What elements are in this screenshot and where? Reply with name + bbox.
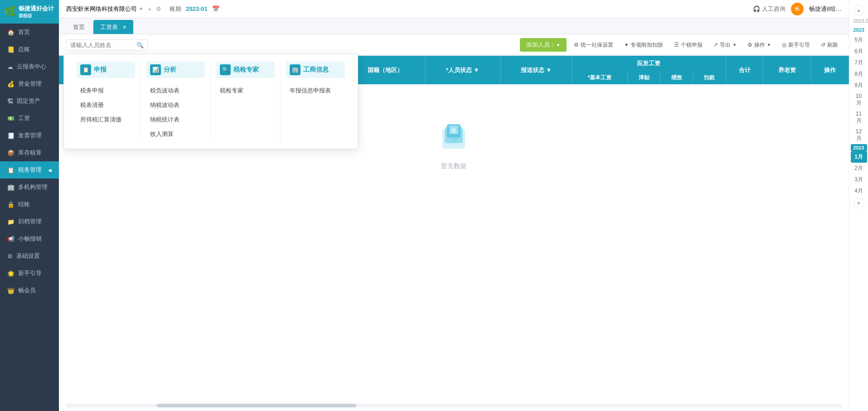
timeline-month-12[interactable]: 12月 <box>851 126 867 144</box>
timeline-month-11[interactable]: 11月 <box>851 109 867 126</box>
sidebar-item-fund[interactable]: 💰 资金管理 <box>0 75 59 92</box>
sidebar-item-multi-org[interactable]: 🏢 多机构管理 <box>0 179 59 196</box>
timeline-month-4[interactable]: 4月 <box>851 185 867 197</box>
th-pension: 养老资 <box>763 56 811 84</box>
refresh-btn[interactable]: ↺ 刷新 <box>817 39 842 51</box>
timeline-up-arrow[interactable]: ▲ <box>853 5 864 15</box>
company-dropdown-icon: ▼ <box>139 6 143 11</box>
th-id-type: *证腿类型 <box>221 56 284 84</box>
sidebar-item-new-guide[interactable]: 🌟 新手引导 <box>0 265 59 282</box>
company-settings-icon[interactable]: ⚙ <box>156 5 161 12</box>
app-logo: 🌿 畅捷通好会计 旗舰版 <box>0 0 59 24</box>
operate-icon: ⚙ <box>747 42 752 48</box>
special-deduction-icon: ✦ <box>624 42 629 48</box>
individual-tax-btn[interactable]: ☰ 个税申报 <box>670 39 706 51</box>
member-icon: 👑 <box>7 287 15 294</box>
right-timeline: ▲ 2023.01 2023 5月 6月 7月 8月 9月 10月 11月 12… <box>849 0 868 411</box>
th-employee-id: 工号 <box>77 56 115 84</box>
export-icon: ↗ <box>713 42 718 48</box>
main-content: 西安虾米网络科技有限公司 ▼ + ⚙ 账期 2023-01 📅 🎧 人工咨询 畅… <box>59 0 849 411</box>
timeline-month-1-current[interactable]: 1月 <box>851 151 867 163</box>
search-icon[interactable]: 🔍 <box>136 42 144 48</box>
sidebar-collapse-icon: ◀ <box>48 168 52 173</box>
sidebar-item-ledger[interactable]: 📒 总账 <box>0 41 59 58</box>
add-dropdown-arrow: ▼ <box>553 43 560 48</box>
select-all-checkbox[interactable] <box>65 67 71 73</box>
timeline-month-9[interactable]: 9月 <box>851 80 867 91</box>
timeline-month-5[interactable]: 5月 <box>851 34 867 46</box>
add-company-btn[interactable]: + <box>148 5 151 13</box>
sidebar-item-close-account[interactable]: 🔒 结账 <box>0 196 59 213</box>
horizontal-scrollbar[interactable] <box>66 404 842 407</box>
unified-insurance-btn[interactable]: ⚙ 统一社保设置 <box>570 39 617 51</box>
company-name: 西安虾米网络科技有限公司 <box>66 5 137 13</box>
username[interactable]: 畅捷通8组… <box>809 5 842 13</box>
toolbar: 🔍 添加人员 ▼ ⚙ 统一社保设置 ✦ 专项附加扣除 ☰ 个税申报 ↗ 导出 ▼… <box>59 34 849 56</box>
timeline-month-8[interactable]: 8月 <box>851 68 867 80</box>
add-person-button[interactable]: 添加人员 ▼ <box>520 38 567 52</box>
sidebar-item-invoice[interactable]: 🧾 发票管理 <box>0 127 59 144</box>
customer-service[interactable]: 🎧 人工咨询 <box>753 5 786 13</box>
sidebar-item-basic-settings[interactable]: ⚙ 基础设置 <box>0 247 59 265</box>
archive-icon: 📁 <box>7 218 15 225</box>
search-input[interactable] <box>70 42 134 48</box>
ledger-icon: 📒 <box>7 46 15 53</box>
company-selector[interactable]: 西安虾米网络科技有限公司 ▼ <box>66 5 143 13</box>
tab-salary[interactable]: 工资表 ✕ <box>93 20 133 34</box>
timeline-month-2[interactable]: 2月 <box>851 163 867 174</box>
inventory-icon: 📦 <box>7 150 15 156</box>
th-salary-group: 应发工资 <box>572 56 726 71</box>
sidebar-item-inventory[interactable]: 📦 库存核算 <box>0 144 59 161</box>
sidebar-item-tax[interactable]: 📋 税务管理 ◀ <box>0 161 59 179</box>
logo-icon: 🌿 <box>4 6 16 18</box>
sidebar-item-archive[interactable]: 📁 归档管理 <box>0 213 59 230</box>
asset-icon: 🏗 <box>7 98 13 105</box>
multi-org-icon: 🏢 <box>7 184 15 191</box>
th-checkbox[interactable] <box>59 56 77 84</box>
xiao-chang-icon: 📢 <box>7 236 15 242</box>
sidebar-item-asset[interactable]: 🏗 固定资产 <box>0 92 59 110</box>
th-operation: 操作 <box>811 56 849 84</box>
headset-icon: 🎧 <box>753 5 760 12</box>
sidebar-item-home[interactable]: 🏠 首页 <box>0 24 59 41</box>
topbar-right: 🎧 人工咨询 畅 畅捷通8组… <box>753 3 842 15</box>
th-name: ▲▼ *姓名 <box>115 56 179 84</box>
th-status: *人员状态 ▼ <box>425 56 500 84</box>
sidebar-item-member[interactable]: 👑 畅会员 <box>0 282 59 299</box>
timeline-month-6[interactable]: 6月 <box>851 46 867 57</box>
th-report-status: 报送状态 ▼ <box>500 56 572 84</box>
timeline-month-10[interactable]: 10月 <box>851 91 867 109</box>
th-nationality: 国籍（地区） <box>346 56 425 84</box>
calendar-icon[interactable]: 📅 <box>212 5 219 12</box>
th-subsidy: 津贴 <box>627 71 660 84</box>
fund-icon: 💰 <box>7 81 15 87</box>
sidebar-item-salary[interactable]: 💵 工资 <box>0 110 59 127</box>
timeline-2024-label: 2023 <box>851 144 867 151</box>
th-department: *部门 <box>179 56 221 84</box>
tab-close-salary[interactable]: ✕ <box>122 24 126 30</box>
empty-illustration <box>436 121 472 157</box>
new-guide-btn[interactable]: ◎ 新手引导 <box>778 39 814 51</box>
svg-point-4 <box>451 128 456 132</box>
tab-home[interactable]: 首页 <box>66 20 92 34</box>
search-box: 🔍 <box>66 39 148 51</box>
app-name: 畅捷通好会计 <box>19 5 54 13</box>
salary-table: 工号 ▲▼ *姓名 *部门 *证腿类型 *证腿号码 国籍（地 <box>59 56 849 207</box>
th-performance: 绩效 <box>660 71 693 84</box>
sidebar-item-xiao-chang[interactable]: 📢 小畅报销 <box>0 230 59 247</box>
sidebar-item-cloud[interactable]: ☁ 云报表中心 <box>0 58 59 75</box>
timeline-down-arrow[interactable]: ▼ <box>853 198 864 208</box>
timeline-month-3[interactable]: 3月 <box>851 174 867 185</box>
new-guide-icon: 🌟 <box>7 270 15 277</box>
period-value: 2023-01 <box>186 5 208 12</box>
timeline-month-7[interactable]: 7月 <box>851 57 867 68</box>
tax-icon: 📋 <box>7 167 15 174</box>
special-deduction-btn[interactable]: ✦ 专项附加扣除 <box>621 39 667 51</box>
export-btn[interactable]: ↗ 导出 ▼ <box>710 39 740 51</box>
export-dropdown-icon: ▼ <box>732 43 737 47</box>
th-id-number: *证腿号码 <box>283 56 346 84</box>
scrollbar-thumb[interactable] <box>157 404 356 407</box>
tabbar: 首页 工资表 ✕ <box>59 18 849 34</box>
operate-btn[interactable]: ⚙ 操作 ▼ <box>744 39 775 51</box>
invoice-icon: 🧾 <box>7 132 15 139</box>
